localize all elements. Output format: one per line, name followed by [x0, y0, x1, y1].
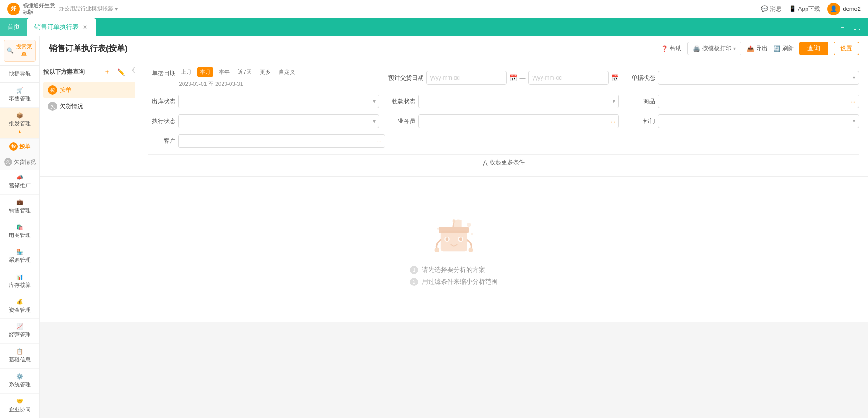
date-tab-custom[interactable]: 自定义: [276, 67, 298, 77]
refresh-icon: 🔄: [773, 45, 780, 52]
single-status-select[interactable]: [658, 71, 859, 85]
outbound-status-select[interactable]: [178, 95, 379, 108]
sidebar-item-purchase[interactable]: 🏪 采购管理: [0, 244, 39, 269]
scheme-label-press-order: 按单: [60, 86, 71, 94]
salesperson-select[interactable]: [418, 114, 619, 128]
single-status-label: 单据状态: [628, 74, 655, 82]
sidebar-subitem-debt[interactable]: 欠 欠货情况: [0, 154, 39, 170]
sidebar-item-marketing[interactable]: 📣 营销推广: [0, 170, 39, 195]
nav-controls: － ⛶: [837, 22, 868, 33]
svg-point-9: [469, 248, 473, 252]
scheme-press-order[interactable]: 按 按单: [43, 82, 135, 98]
date-tab-more[interactable]: 更多: [257, 67, 274, 77]
goods-select[interactable]: [658, 95, 859, 108]
user-profile[interactable]: 👤 demo2: [827, 3, 861, 15]
help-button[interactable]: ❓ 帮助: [661, 44, 682, 52]
sidebar-item-system[interactable]: ⚙️ 系统管理: [0, 369, 39, 394]
sidebar-item-operations[interactable]: 📈 经营管理: [0, 319, 39, 344]
field-salesperson: 业务员 ···: [388, 114, 619, 128]
empty-tips: 1 请先选择要分析的方案 2 用过滤条件来缩小分析范围: [410, 266, 498, 286]
filter-scheme-header: 按以下方案查询 ＋ ✏️ 《: [43, 66, 135, 77]
export-icon: 📤: [747, 45, 754, 52]
expected-delivery-end[interactable]: yyyy-mm-dd: [528, 71, 609, 85]
svg-point-12: [471, 233, 473, 235]
nav-expand-icon[interactable]: ⛶: [852, 22, 863, 33]
nav-minimize-icon[interactable]: －: [837, 22, 848, 33]
date-tab-last-month[interactable]: 上月: [178, 67, 194, 77]
date-tab-this-year[interactable]: 本年: [216, 67, 232, 77]
search-button[interactable]: 查询: [799, 42, 828, 55]
expected-delivery-start[interactable]: yyyy-mm-dd: [426, 71, 507, 85]
filter-section: 按以下方案查询 ＋ ✏️ 《 按 按单 欠 欠货情况: [40, 61, 868, 177]
sidebar-item-retail[interactable]: 🛒 零售管理: [0, 83, 39, 108]
logo-area: 好 畅捷通好生意 标版: [7, 2, 55, 15]
refresh-button[interactable]: 🔄 刷新: [773, 44, 794, 52]
filter-fields: 单据日期 上月 本月 本年 近7天 更多 自定义: [139, 61, 868, 176]
field-department: 部门 ▾: [628, 114, 859, 128]
add-scheme-icon[interactable]: ＋: [102, 66, 113, 77]
top-bar: 好 畅捷通好生意 标版 办公用品行业模拟账套 ▾ 💬 消息 📱 App下载 👤 …: [0, 0, 868, 18]
scheme-label-debt: 欠货情况: [60, 102, 83, 110]
filter-row-2: 出库状态 ▾ 收款状态 ▾: [148, 95, 859, 108]
sidebar-search: 🔍 搜索菜单: [0, 36, 39, 66]
template-print-button[interactable]: 🖨️ 按模板打印 ▾: [687, 42, 741, 55]
empty-tip-1: 1 请先选择要分析的方案: [410, 266, 498, 274]
scheme-title: 按以下方案查询: [43, 68, 85, 76]
app-download-action[interactable]: 📱 App下载: [789, 5, 820, 13]
main-layout: 🔍 搜索菜单 快捷导航 🛒 零售管理 📦 批发管理 ▲ 按 按单 欠 欠货情: [0, 36, 868, 418]
sidebar-item-inventory[interactable]: 📊 库存核算: [0, 269, 39, 294]
receipt-status-select[interactable]: [418, 95, 619, 108]
breadcrumb[interactable]: 办公用品行业模拟账套 ▾: [59, 5, 118, 13]
search-menu-btn[interactable]: 🔍 搜索菜单: [4, 40, 36, 62]
logo-text: 畅捷通好生意 标版: [23, 2, 55, 15]
tip-num-2: 2: [410, 278, 418, 286]
tab-sales-exec[interactable]: 销售订单执行表 ✕: [27, 18, 96, 36]
goods-more-icon[interactable]: ···: [850, 98, 855, 105]
customer-select[interactable]: [178, 134, 385, 148]
date-tab-this-month[interactable]: 本月: [197, 67, 213, 77]
basic-icon: 📋: [16, 348, 23, 355]
field-expected-delivery: 预计交货日期 yyyy-mm-dd 📅 — yyyy-mm-dd: [388, 71, 619, 85]
page-actions: ❓ 帮助 🖨️ 按模板打印 ▾ 📤 导出 🔄 刷新 查询 设置: [661, 42, 859, 55]
svg-point-8: [435, 248, 439, 252]
export-button[interactable]: 📤 导出: [747, 44, 768, 52]
collapse-up-icon: ⋀: [483, 159, 488, 166]
settings-button[interactable]: 设置: [834, 42, 859, 55]
collapse-panel-icon[interactable]: 《: [129, 66, 135, 77]
exec-status-select[interactable]: [178, 114, 379, 128]
sidebar-item-finance[interactable]: 💰 资金管理: [0, 294, 39, 319]
message-action[interactable]: 💬 消息: [761, 5, 782, 13]
salesperson-more-icon[interactable]: ···: [611, 118, 616, 125]
sidebar-item-wholesale[interactable]: 📦 批发管理 ▲: [0, 108, 39, 139]
date-hint: 2023-03-01 至 2023-03-31: [179, 81, 243, 87]
receipt-status-label: 收款状态: [388, 97, 415, 105]
sidebar-item-enterprise[interactable]: 🤝 企业协同: [0, 394, 39, 418]
empty-tip-2: 2 用过滤条件来缩小分析范围: [410, 278, 498, 286]
sidebar: 🔍 搜索菜单 快捷导航 🛒 零售管理 📦 批发管理 ▲ 按 按单 欠 欠货情: [0, 36, 40, 418]
customer-more-icon[interactable]: ···: [377, 138, 382, 145]
date-tab-7days[interactable]: 近7天: [235, 67, 255, 77]
customer-label: 客户: [148, 137, 175, 145]
svg-point-11: [467, 223, 471, 227]
tab-close-icon[interactable]: ✕: [81, 24, 89, 31]
expected-delivery-label: 预计交货日期: [388, 74, 424, 82]
outbound-status-label: 出库状态: [148, 97, 175, 105]
enterprise-icon: 🤝: [16, 398, 23, 404]
field-customer: 客户 ···: [148, 134, 385, 148]
results-area: 1 请先选择要分析的方案 2 用过滤条件来缩小分析范围: [40, 177, 868, 322]
scheme-debt[interactable]: 欠 欠货情况: [43, 98, 135, 114]
top-bar-left: 好 畅捷通好生意 标版 办公用品行业模拟账套 ▾: [7, 2, 118, 15]
sidebar-subitem-press-order[interactable]: 按 按单: [0, 139, 39, 154]
field-receipt-status: 收款状态 ▾: [388, 95, 619, 108]
sidebar-item-sales[interactable]: 💼 销售管理: [0, 195, 39, 219]
sidebar-item-ecommerce[interactable]: 🛍️ 电商管理: [0, 219, 39, 244]
filter-panel: 按以下方案查询 ＋ ✏️ 《 按 按单 欠 欠货情况: [40, 61, 868, 176]
collapse-more-btn[interactable]: ⋀ 收起更多条件: [148, 154, 859, 170]
sidebar-item-basic[interactable]: 📋 基础信息: [0, 344, 39, 369]
tab-home[interactable]: 首页: [0, 18, 27, 36]
department-select[interactable]: [658, 114, 859, 128]
search-icon: 🔍: [7, 48, 14, 54]
sidebar-item-quick-nav[interactable]: 快捷导航: [0, 66, 39, 83]
edit-scheme-icon[interactable]: ✏️: [115, 66, 126, 77]
date-tabs: 上月 本月 本年 近7天 更多 自定义: [178, 67, 298, 77]
